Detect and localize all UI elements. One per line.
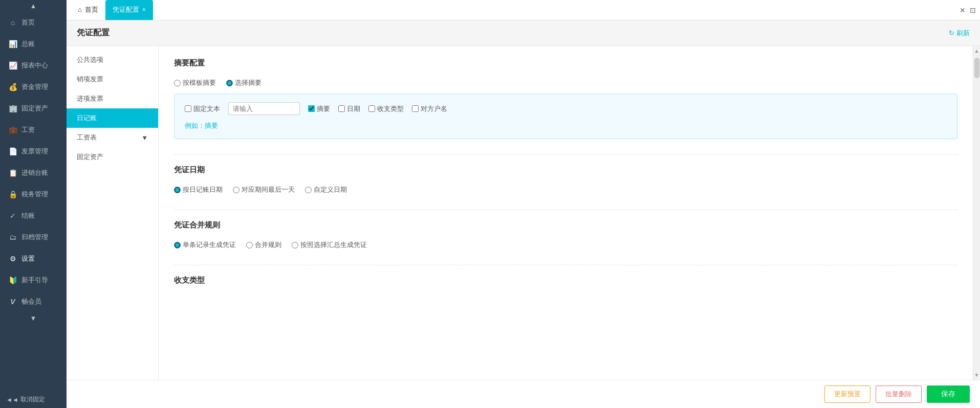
invoice-mgmt-icon: 📄 <box>8 147 17 155</box>
checkout-icon: ✓ <box>8 212 17 220</box>
checkbox-date[interactable]: 日期 <box>338 104 360 114</box>
left-nav-payroll-table[interactable]: 工资表 ▼ <box>67 128 158 147</box>
radio-select-summary-input[interactable] <box>226 80 233 86</box>
fixed-text-input[interactable] <box>228 102 300 115</box>
tab-home[interactable]: ⌂ 首页 <box>71 0 105 20</box>
content-area: 凭证配置 ↻ 刷新 公共选项 销项发票 进项发票 日记账 <box>67 20 980 408</box>
refresh-button[interactable]: ↻ 刷新 <box>949 29 970 38</box>
right-scrollbar: ▲ ▼ <box>973 46 980 380</box>
sidebar-item-funds[interactable]: 💰 资金管理 <box>0 76 67 98</box>
main-area: ⌂ 首页 凭证配置 × ✕ ⊡ 凭证配置 ↻ 刷新 公共选项 <box>67 0 980 408</box>
window-maximize-button[interactable]: ⊡ <box>970 6 976 14</box>
sidebar-item-settings[interactable]: ⚙ 设置 <box>0 248 67 269</box>
radio-custom-date[interactable]: 自定义日期 <box>305 185 347 194</box>
checkbox-fixed-text[interactable]: 固定文本 <box>185 104 220 114</box>
window-close-button[interactable]: ✕ <box>960 6 966 14</box>
sidebar-item-fixed-assets[interactable]: 🏢 固定资产 <box>0 98 67 119</box>
home-icon: ⌂ <box>8 18 17 27</box>
checkbox-fixed-text-input[interactable] <box>185 105 191 112</box>
checkbox-income-type[interactable]: 收支类型 <box>368 104 404 114</box>
tab-close-button[interactable]: × <box>142 6 146 13</box>
sidebar-item-vip[interactable]: V 畅会员 <box>0 291 67 312</box>
radio-period-last-day-input[interactable] <box>233 187 239 193</box>
radio-merge-rule[interactable]: 合并规则 <box>246 240 281 250</box>
abstract-checkbox-row: 固定文本 摘要 日期 <box>185 102 947 115</box>
radio-journal-date[interactable]: 按日记账日期 <box>174 185 223 194</box>
home-tab-icon: ⌂ <box>78 6 82 13</box>
funds-icon: 💰 <box>8 83 17 91</box>
radio-summary-generate[interactable]: 按照选择汇总生成凭证 <box>292 240 367 250</box>
radio-custom-date-input[interactable] <box>305 187 312 193</box>
income-type-section: 收支类型 <box>174 276 957 287</box>
scroll-thumb[interactable] <box>974 58 979 78</box>
radio-merge-rule-input[interactable] <box>246 242 253 248</box>
sidebar-item-invoice-mgmt[interactable]: 📄 发票管理 <box>0 141 67 162</box>
voucher-date-title: 凭证日期 <box>174 165 957 177</box>
checkbox-counterpart-input[interactable] <box>412 105 419 112</box>
scroll-up-arrow[interactable]: ▲ <box>972 46 980 56</box>
archive-icon: 🗂 <box>8 233 17 241</box>
sidebar-scroll-down[interactable]: ▼ <box>0 312 67 324</box>
sidebar-item-archive[interactable]: 🗂 归档管理 <box>0 226 67 248</box>
tax-icon: 🔒 <box>8 190 17 198</box>
summary-config-section: 摘要配置 按模板摘要 选择摘要 <box>174 58 957 139</box>
guide-icon: 🔰 <box>8 276 17 284</box>
merge-rules-title: 凭证合并规则 <box>174 220 957 232</box>
divider-3 <box>174 265 957 265</box>
tab-voucher-config[interactable]: 凭证配置 × <box>105 0 153 20</box>
radio-summary-generate-input[interactable] <box>292 242 298 248</box>
sidebar-unpin-button[interactable]: ◄◄ 取消固定 <box>0 391 67 408</box>
summary-config-title: 摘要配置 <box>174 58 957 70</box>
abstract-example: 例如：摘要 <box>185 121 947 130</box>
sidebar-item-sales-ledger[interactable]: 📋 进销台账 <box>0 162 67 184</box>
arrow-icon: ▼ <box>141 134 148 142</box>
left-nav-public[interactable]: 公共选项 <box>67 50 158 70</box>
left-nav-sales-invoice[interactable]: 销项发票 <box>67 70 158 89</box>
update-preset-button[interactable]: 更新预置 <box>824 386 870 403</box>
voucher-date-section: 凭证日期 按日记账日期 对应期间最后一天 自定义日期 <box>174 165 957 194</box>
radio-journal-date-input[interactable] <box>174 187 181 193</box>
left-nav-purchase-invoice[interactable]: 进项发票 <box>67 89 158 108</box>
refresh-icon: ↻ <box>949 29 954 37</box>
radio-single-record[interactable]: 单条记录生成凭证 <box>174 240 236 250</box>
radio-single-record-input[interactable] <box>174 242 181 248</box>
sidebar-item-payroll[interactable]: 💼 工资 <box>0 119 67 141</box>
sidebar-scroll-up[interactable]: ▲ <box>0 0 67 12</box>
sidebar-item-guide[interactable]: 🔰 新手引导 <box>0 269 67 291</box>
left-nav-fixed-assets[interactable]: 固定资产 <box>67 147 158 167</box>
radio-period-last-day[interactable]: 对应期间最后一天 <box>233 185 295 194</box>
sales-ledger-icon: 📋 <box>8 169 17 177</box>
checkbox-counterpart[interactable]: 对方户名 <box>412 104 447 114</box>
left-nav-journal[interactable]: 日记账 <box>67 108 158 128</box>
tab-bar-controls: ✕ ⊡ <box>960 6 976 14</box>
sidebar-item-home[interactable]: ⌂ 首页 <box>0 12 67 33</box>
page-title: 凭证配置 <box>77 28 110 38</box>
sidebar-item-tax[interactable]: 🔒 税务管理 <box>0 184 67 205</box>
abstract-config-box: 固定文本 摘要 日期 <box>174 94 957 139</box>
page-header: 凭证配置 ↻ 刷新 <box>67 20 980 46</box>
save-button[interactable]: 保存 <box>927 386 970 403</box>
merge-rules-radio-group: 单条记录生成凭证 合并规则 按照选择汇总生成凭证 <box>174 240 957 250</box>
sidebar-item-reports[interactable]: 📈 报表中心 <box>0 55 67 76</box>
divider-2 <box>174 210 957 210</box>
checkbox-summary-input[interactable] <box>308 105 315 112</box>
sidebar-item-ledger[interactable]: 📊 总账 <box>0 33 67 55</box>
radio-select-summary[interactable]: 选择摘要 <box>226 78 262 87</box>
fixed-assets-icon: 🏢 <box>8 104 17 112</box>
checkbox-income-type-input[interactable] <box>368 105 375 112</box>
radio-template-summary[interactable]: 按模板摘要 <box>174 78 216 87</box>
vip-icon: V <box>8 298 17 306</box>
tab-bar: ⌂ 首页 凭证配置 × ✕ ⊡ <box>67 0 980 20</box>
reports-icon: 📈 <box>8 61 17 70</box>
checkbox-summary[interactable]: 摘要 <box>308 104 330 114</box>
summary-radio-group: 按模板摘要 选择摘要 <box>174 78 957 87</box>
sidebar-item-checkout[interactable]: ✓ 结账 <box>0 205 67 226</box>
detail-area: 摘要配置 按模板摘要 选择摘要 <box>159 46 973 380</box>
checkbox-date-input[interactable] <box>338 105 345 112</box>
radio-template-summary-input[interactable] <box>174 80 181 86</box>
scroll-down-arrow[interactable]: ▼ <box>972 370 980 380</box>
merge-rules-section: 凭证合并规则 单条记录生成凭证 合并规则 按照选择汇总生成凭证 <box>174 220 957 250</box>
sidebar: ▲ ⌂ 首页 📊 总账 📈 报表中心 💰 资金管理 🏢 固定资产 💼 工资 📄 … <box>0 0 67 408</box>
batch-delete-button[interactable]: 批量删除 <box>876 386 922 403</box>
voucher-date-radio-group: 按日记账日期 对应期间最后一天 自定义日期 <box>174 185 957 194</box>
